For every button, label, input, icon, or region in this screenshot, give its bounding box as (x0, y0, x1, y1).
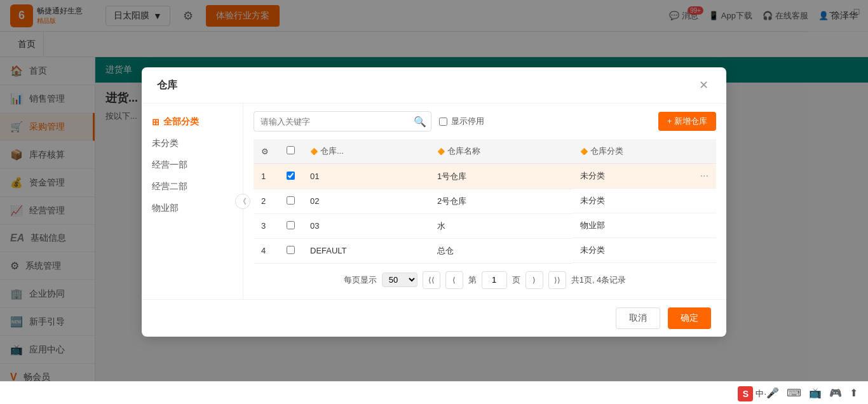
brand-label: 中· (756, 388, 766, 400)
row-name: 水 (430, 213, 573, 238)
category-item-unclassified[interactable]: 未分类 (142, 133, 243, 154)
monitor-icon[interactable]: 📺 (809, 387, 822, 399)
category-grid-icon: ⊞ (152, 117, 159, 127)
category-item-property[interactable]: 物业部 (142, 198, 243, 219)
modal-close-button[interactable]: ✕ (696, 77, 711, 93)
per-page-label: 每页显示 (344, 274, 377, 286)
table-row[interactable]: 1 01 1号仓库 未分类··· (254, 164, 716, 189)
th-category[interactable]: 🔶 仓库分类 (573, 139, 716, 164)
row-no: 2 (254, 189, 279, 213)
category-collapse-button[interactable]: 《 (235, 194, 250, 209)
row-category: 未分类 (573, 238, 716, 263)
th-code[interactable]: 🔶 仓库... (302, 139, 430, 164)
taskbar: S 中· 🎤 ⌨ 📺 🎮 ⬆ (0, 381, 868, 404)
th-code-label: 仓库... (320, 145, 344, 157)
first-page-button[interactable]: ⟨⟨ (423, 271, 440, 289)
category-item-ops2[interactable]: 经营二部 (142, 176, 243, 198)
sort-icon: 🔶 (310, 148, 318, 155)
show-disabled-checkbox[interactable] (439, 118, 447, 126)
modal-title: 仓库 (157, 79, 177, 92)
select-all-checkbox[interactable] (287, 146, 295, 154)
page-number-input[interactable] (482, 271, 507, 289)
category-item-ops1[interactable]: 经营一部 (142, 154, 243, 176)
show-disabled-option[interactable]: 显示停用 (439, 116, 484, 127)
last-page-button[interactable]: ⟩⟩ (548, 271, 566, 289)
row-no: 3 (254, 213, 279, 238)
row-checkbox[interactable] (279, 238, 302, 263)
table-row[interactable]: 3 03 水 物业部 (254, 213, 716, 238)
row-checkbox[interactable] (279, 189, 302, 213)
row-code: 01 (302, 164, 430, 189)
cancel-button[interactable]: 取消 (616, 307, 660, 329)
sort-icon: 🔶 (580, 148, 588, 155)
row-name: 1号仓库 (430, 164, 573, 189)
per-page-select[interactable]: 50 20 100 (382, 273, 417, 287)
category-all-label: 全部分类 (163, 116, 199, 128)
search-icon[interactable]: 🔍 (414, 116, 426, 128)
table-panel: 🔍 显示停用 + 新增仓库 ⚙ (243, 104, 726, 299)
modal-header: 仓库 ✕ (142, 67, 726, 104)
table-row[interactable]: 2 02 2号仓库 未分类 (254, 189, 716, 213)
keyboard-icon[interactable]: ⌨ (787, 387, 801, 399)
pagination: 每页显示 50 20 100 ⟨⟨ ⟨ 第 页 ⟩ ⟩⟩ 共1页, 4条记录 (254, 264, 716, 292)
row-name: 总仓 (430, 238, 573, 263)
row-code: 02 (302, 189, 430, 213)
row-category: 物业部 (573, 213, 716, 238)
row-no: 1 (254, 164, 279, 189)
table-body: 1 01 1号仓库 未分类··· 2 02 2号仓库 未分类 3 03 水 物业… (254, 164, 716, 264)
row-code: DEFAULT (302, 238, 430, 263)
next-page-button[interactable]: ⟩ (526, 271, 543, 289)
modal-overlay: 仓库 ✕ ⊞ 全部分类 未分类 经营一部 经营二部 物业部 《 (0, 0, 868, 404)
brand-area: S 中· (738, 386, 766, 401)
th-checkbox[interactable] (279, 139, 302, 164)
warehouse-modal: 仓库 ✕ ⊞ 全部分类 未分类 经营一部 经营二部 物业部 《 (142, 67, 726, 337)
row-code: 03 (302, 213, 430, 238)
warehouse-table: ⚙ 🔶 仓库... (254, 139, 716, 264)
row-no: 4 (254, 238, 279, 263)
modal-body: ⊞ 全部分类 未分类 经营一部 经营二部 物业部 《 🔍 (142, 104, 726, 299)
row-category: 未分类 (573, 189, 716, 213)
page-label: 第 (468, 274, 477, 286)
row-actions-icon[interactable]: ··· (700, 170, 709, 182)
th-name[interactable]: 🔶 仓库名称 (430, 139, 573, 164)
total-records: 共1页, 4条记录 (571, 274, 627, 286)
search-input-wrap: 🔍 (254, 111, 431, 131)
confirm-button[interactable]: 确定 (668, 307, 711, 329)
row-select-checkbox[interactable] (287, 246, 295, 254)
page-suffix: 页 (512, 274, 520, 286)
th-gear[interactable]: ⚙ (254, 139, 279, 164)
row-category: 未分类··· (573, 164, 716, 189)
brand-s-icon: S (738, 386, 753, 401)
row-select-checkbox[interactable] (287, 196, 295, 205)
upload-icon[interactable]: ⬆ (850, 387, 858, 399)
prev-page-button[interactable]: ⟨ (445, 271, 463, 289)
th-name-label: 仓库名称 (447, 145, 480, 157)
row-name: 2号仓库 (430, 189, 573, 213)
th-category-label: 仓库分类 (590, 145, 623, 157)
table-header: ⚙ 🔶 仓库... (254, 139, 716, 164)
modal-footer: 取消 确定 (142, 299, 726, 337)
search-input[interactable] (254, 111, 431, 131)
row-checkbox[interactable] (279, 213, 302, 238)
category-panel: ⊞ 全部分类 未分类 经营一部 经营二部 物业部 《 (142, 104, 243, 299)
row-select-checkbox[interactable] (287, 221, 295, 229)
column-gear-icon: ⚙ (261, 147, 269, 156)
mic-icon[interactable]: 🎤 (766, 387, 779, 399)
add-warehouse-button[interactable]: + 新增仓库 (658, 112, 716, 131)
table-row[interactable]: 4 DEFAULT 总仓 未分类 (254, 238, 716, 263)
category-header[interactable]: ⊞ 全部分类 (142, 111, 243, 133)
table-toolbar: 🔍 显示停用 + 新增仓库 (254, 111, 716, 131)
row-checkbox[interactable] (279, 164, 302, 189)
sort-icon: 🔶 (437, 148, 445, 155)
gamepad-icon[interactable]: 🎮 (829, 387, 842, 399)
row-select-checkbox[interactable] (287, 172, 295, 180)
show-disabled-label: 显示停用 (451, 116, 484, 127)
